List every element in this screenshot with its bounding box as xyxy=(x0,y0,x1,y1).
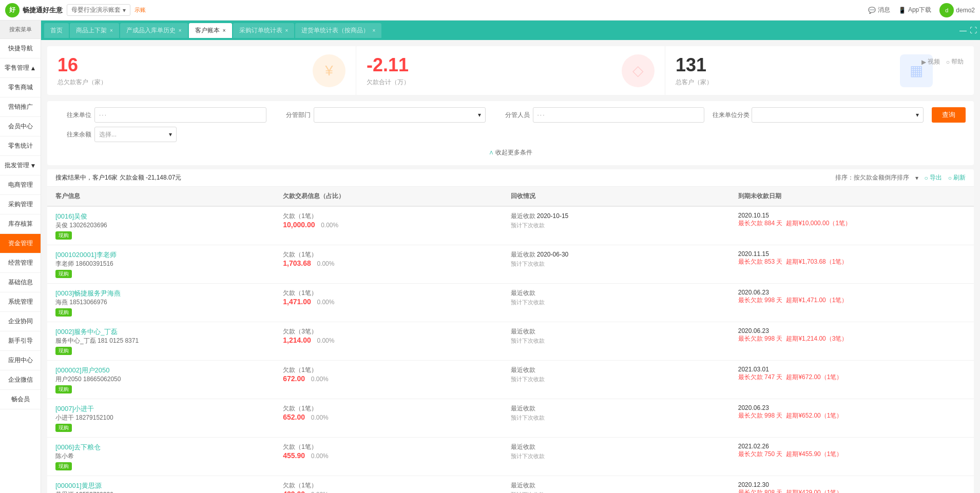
overdue-amount-link[interactable]: 超期¥1,471.00（1笔） xyxy=(786,297,848,304)
recovery-info: 最近收款 xyxy=(511,404,738,413)
debt-ratio: 0.00% xyxy=(317,299,334,306)
sidebar-item-quick-nav[interactable]: 快捷导航 xyxy=(0,39,41,58)
customer-name-link[interactable]: [0003]畅捷服务尹海燕 xyxy=(55,289,121,297)
tab-purchase-close[interactable]: × xyxy=(285,28,289,33)
tab-production-close[interactable]: × xyxy=(179,28,182,33)
overdue-amount-link[interactable]: 超期¥672.00（1笔） xyxy=(786,373,842,381)
recovery-label: 最近收款 xyxy=(511,482,535,489)
store-selector[interactable]: 母婴行业演示账套 ▾ xyxy=(67,4,130,16)
overdue-amount-link[interactable]: 超期¥1,703.68（1笔） xyxy=(786,258,848,265)
debt-amount-row: 672.00 0.00% xyxy=(283,374,510,383)
tips-link[interactable]: 示账 xyxy=(134,6,146,14)
customer-name-link[interactable]: [000001]黄思源 xyxy=(55,482,102,489)
overdue-amount-link[interactable]: 超期¥429.00（1笔） xyxy=(786,489,842,493)
customer-tag: 现购 xyxy=(55,424,72,432)
overdue-amount-link[interactable]: 超期¥10,000.00（1笔） xyxy=(786,220,851,227)
user-menu[interactable]: d demo2 xyxy=(939,3,975,17)
sidebar-item-inventory[interactable]: 库存核算 xyxy=(0,214,41,234)
sidebar-item-marketing[interactable]: 营销推广 xyxy=(0,97,41,117)
stat-icon-2: ◇ xyxy=(622,54,655,87)
tab-purchase-product-close[interactable]: × xyxy=(372,28,375,33)
filter-person-label: 分管人员 xyxy=(494,111,530,120)
recovery-label: 最近收款 xyxy=(511,289,535,297)
overdue-cell: 2020.11.15 最长欠款 853 天 超期¥1,703.68（1笔） xyxy=(738,250,966,266)
filter-category-select[interactable]: ▾ xyxy=(752,107,924,123)
filter-customer-unit: 往来单位 ··· xyxy=(55,107,266,123)
tab-purchase-product-stats[interactable]: 进货单统计表（按商品） × xyxy=(295,23,381,38)
tab-product-listing[interactable]: 商品上下架 × xyxy=(70,23,119,38)
customer-name-link[interactable]: [0006]去下粮仓 xyxy=(55,443,101,451)
customer-phone: 用户2050 18665062050 xyxy=(55,375,283,384)
filter-customer-unit-input[interactable]: ··· xyxy=(94,107,266,123)
result-summary-text: 搜索结果中，客户16家 欠款金额 -21,148.07元 xyxy=(55,174,181,181)
filter-balance-select[interactable]: 选择... ▾ xyxy=(94,127,177,142)
sidebar-item-purchase[interactable]: 采购管理 xyxy=(0,195,41,214)
sidebar-item-finance[interactable]: 资金管理 xyxy=(0,234,41,253)
customer-info-cell: [0002]服务中心_丁磊 服务中心_丁磊 181 0125 8371 现购 xyxy=(55,327,283,355)
tab-minimize-icon[interactable]: — xyxy=(959,26,967,34)
tab-production-history[interactable]: 产成品入库单历史 × xyxy=(120,23,188,38)
overdue-amount-link[interactable]: 超期¥652.00（1笔） xyxy=(786,412,842,419)
result-summary: 搜索结果中，客户16家 欠款金额 -21,148.07元 xyxy=(55,173,181,182)
overdue-date: 2020.12.30 xyxy=(738,481,966,488)
table-row: [000001]黄思源 黄思源 13552700226 现购 欠款（1笔） 42… xyxy=(47,476,974,493)
overdue-amount-link[interactable]: 超期¥1,214.00（3笔） xyxy=(786,335,848,342)
top-bar: 好 畅捷通好生意 母婴行业演示账套 ▾ 示账 💬 消息 📱 App下载 d de… xyxy=(0,0,980,21)
sidebar-item-wechat[interactable]: 企业微信 xyxy=(0,370,41,390)
help-btn[interactable]: ○ 帮助 xyxy=(946,57,964,66)
debt-count: 欠款（1笔） xyxy=(283,250,510,259)
sidebar-item-ecommerce[interactable]: 电商管理 xyxy=(0,175,41,195)
customer-name-link[interactable]: [0007]小进干 xyxy=(55,405,94,412)
filter-category: 往来单位分类 ▾ xyxy=(713,107,924,123)
customer-tag: 现购 xyxy=(55,231,72,240)
message-btn[interactable]: 💬 消息 xyxy=(868,6,890,14)
tab-customer-close[interactable]: × xyxy=(223,28,226,33)
sidebar-item-retail-mgmt[interactable]: 零售管理 ▲ xyxy=(0,58,41,78)
sidebar-item-system[interactable]: 系统管理 xyxy=(0,292,41,312)
filter-person-input[interactable]: ··· xyxy=(533,107,705,123)
debt-info-cell: 欠款（1笔） 429.00 0.00% xyxy=(283,481,510,493)
overdue-amount-link[interactable]: 超期¥455.90（1笔） xyxy=(786,450,842,458)
filter-row-2: 往来余额 选择... ▾ xyxy=(55,127,966,142)
sidebar-item-vip[interactable]: 畅会员 xyxy=(0,390,41,409)
app-download-btn[interactable]: 📱 App下载 xyxy=(898,6,931,14)
tab-home[interactable]: 首页 xyxy=(44,23,69,38)
filter-department-select[interactable]: ▾ xyxy=(314,107,486,123)
sidebar-item-enterprise[interactable]: 企业协同 xyxy=(0,312,41,331)
collapse-bar[interactable]: ∧ 收起更多条件 xyxy=(55,146,966,159)
refresh-btn[interactable]: ○ 刷新 xyxy=(948,173,966,182)
sidebar-item-wholesale[interactable]: 批发管理 ▼ xyxy=(0,156,41,175)
filter-bar: 往来单位 ··· 分管部门 ▾ 分管人员 xyxy=(47,101,974,165)
tab-maximize-icon[interactable]: ⛶ xyxy=(970,26,977,34)
video-help-btn[interactable]: ▶ 视频 xyxy=(921,57,940,66)
debt-amount: 652.00 xyxy=(283,413,305,421)
sidebar-item-basic-info[interactable]: 基础信息 xyxy=(0,273,41,292)
sidebar-item-app-center[interactable]: 应用中心 xyxy=(0,351,41,370)
message-label: 消息 xyxy=(878,6,890,14)
customer-info-cell: [000001]黄思源 黄思源 13552700226 现购 xyxy=(55,481,283,493)
table-header: 客户信息 欠款交易信息（占比） 回收情况 到期未收款日期 xyxy=(47,187,974,207)
customer-phone: 海燕 18513066976 xyxy=(55,298,283,307)
sidebar-item-retail-stats[interactable]: 零售统计 xyxy=(0,136,41,156)
tab-home-label: 首页 xyxy=(50,26,63,35)
overdue-info: 最长欠款 884 天 超期¥10,000.00（1笔） xyxy=(738,219,966,228)
tab-purchase-stats-label: 采购订单统计表 xyxy=(239,26,282,35)
sidebar-item-retail-mall[interactable]: 零售商城 xyxy=(0,78,41,97)
customer-name-link[interactable]: [0001020001]李老师 xyxy=(55,251,117,259)
tab-product-listing-close[interactable]: × xyxy=(110,28,113,33)
customer-name-link[interactable]: [000002]用户2050 xyxy=(55,366,110,374)
stat-card-total-customers: 131 ▶ 视频 ○ 帮助 xyxy=(665,46,974,95)
sidebar-item-guide[interactable]: 新手引导 xyxy=(0,331,41,351)
tab-purchase-stats[interactable]: 采购订单统计表 × xyxy=(233,23,295,38)
export-btn[interactable]: ○ 导出 xyxy=(925,173,942,182)
store-dropdown-icon: ▾ xyxy=(123,7,126,14)
sidebar-item-member[interactable]: 会员中心 xyxy=(0,117,41,136)
customer-name-link[interactable]: [0002]服务中心_丁磊 xyxy=(55,328,118,336)
customer-info-cell: [0016]吴俊 吴俊 13026203696 现购 xyxy=(55,212,283,240)
query-btn[interactable]: 查询 xyxy=(932,107,966,123)
sidebar-search[interactable]: 搜索菜单 xyxy=(0,21,41,39)
tab-customer-account[interactable]: 客户账本 × xyxy=(189,23,232,38)
sidebar-item-operations[interactable]: 经营管理 xyxy=(0,253,41,273)
stat-label-total-customers: 总客户（家） xyxy=(676,78,964,87)
customer-name-link[interactable]: [0016]吴俊 xyxy=(55,212,87,220)
